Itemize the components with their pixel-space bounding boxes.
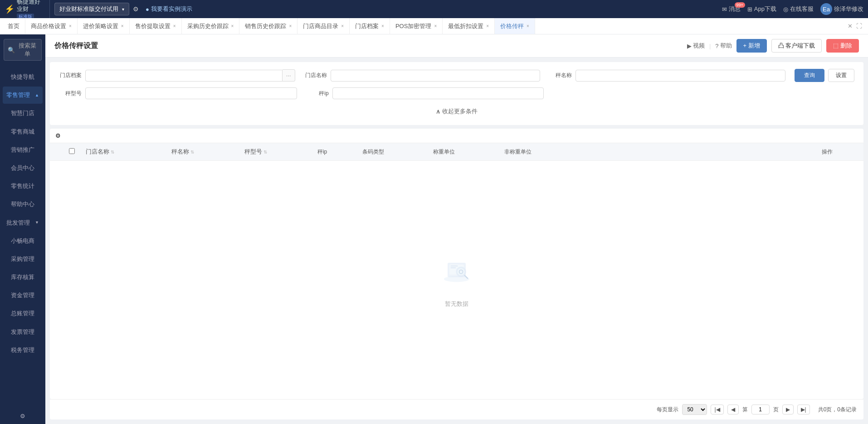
sidebar-nav: 快捷导航零售管理▲智慧门店零售商城营销推广会员中心零售统计帮助中心批发管理▼小畅… xyxy=(0,65,45,362)
scale-name-input[interactable] xyxy=(575,70,785,82)
tab-label-sale-history: 销售历史价跟踪 xyxy=(245,22,286,30)
sidebar-item-quick-nav[interactable]: 快捷导航 xyxy=(3,68,43,86)
delete-button[interactable]: ⬚ 删除 xyxy=(826,39,859,53)
version-selector[interactable]: 好业财标准版交付试用 ▾ xyxy=(54,3,129,15)
tab-label-commodity-price: 商品价格设置 xyxy=(31,22,66,30)
add-button[interactable]: + 新增 xyxy=(736,39,767,53)
tab-close-pos-management[interactable]: × xyxy=(434,24,437,29)
tab-close-store-archive[interactable]: × xyxy=(381,24,384,29)
tab-store-archive[interactable]: 门店档案× xyxy=(350,18,390,34)
tab-sale-history[interactable]: 销售历史价跟踪× xyxy=(239,18,297,34)
tab-purchase-strategy[interactable]: 进价策略设置× xyxy=(78,18,130,34)
sidebar-item-retail-mgmt[interactable]: 零售管理▲ xyxy=(3,87,43,104)
sidebar-item-general-ledger[interactable]: 总账管理 xyxy=(3,305,43,322)
sidebar-label-general-ledger: 总账管理 xyxy=(11,310,34,317)
app-download-btn[interactable]: ⊞ App下载 xyxy=(747,5,776,13)
sidebar-label-wholesale-mgmt: 批发管理 xyxy=(6,219,30,227)
sidebar-item-retail-mall[interactable]: 零售商城 xyxy=(3,123,43,140)
app-name: 畅捷通好业财 xyxy=(17,0,45,13)
tab-purchase-history[interactable]: 采购历史价跟踪× xyxy=(182,18,240,34)
collapse-filter-btn[interactable]: ∧ ∧ 收起更多条件 xyxy=(59,105,854,118)
settings-icon[interactable]: ⚙ xyxy=(133,5,139,13)
scale-ip-input[interactable] xyxy=(332,87,544,99)
sidebar-label-finance-mgmt: 资金管理 xyxy=(11,292,34,299)
sidebar-label-retail-mall: 零售商城 xyxy=(11,128,34,135)
sidebar-item-marketing[interactable]: 营销推广 xyxy=(3,141,43,159)
video-link[interactable]: ▶ 视频 xyxy=(687,42,705,50)
sort-store-name-icon[interactable]: ⇅ xyxy=(111,149,114,154)
col-action: 操作 xyxy=(816,143,863,161)
sidebar-label-xiaochangec: 小畅电商 xyxy=(11,237,34,244)
tab-price-transfer[interactable]: 价格传秤× xyxy=(495,18,535,34)
sidebar-item-smart-store[interactable]: 智慧门店 xyxy=(3,105,43,122)
tab-close-min-discount[interactable]: × xyxy=(486,24,489,29)
online-service-btn[interactable]: ◎ 在线客服 xyxy=(783,5,814,13)
col-scale-ip: 秤ip xyxy=(312,143,357,161)
tab-store-catalog[interactable]: 门店商品目录× xyxy=(297,18,350,34)
sidebar-label-help-center: 帮助中心 xyxy=(11,201,34,207)
set-button[interactable]: 设置 xyxy=(828,69,854,82)
help-label: 帮助 xyxy=(720,42,732,50)
selector-label: 好业财标准版交付试用 xyxy=(59,5,118,13)
tab-close-price-transfer[interactable]: × xyxy=(527,24,529,29)
tab-sale-price[interactable]: 售价提取设置× xyxy=(130,18,182,34)
sidebar-label-marketing: 营销推广 xyxy=(11,146,34,153)
tab-bar: 首页商品价格设置×进价策略设置×售价提取设置×采购历史价跟踪×销售历史价跟踪×门… xyxy=(0,18,868,34)
tab-pos-management[interactable]: POS加密管理× xyxy=(390,18,443,34)
col-barcode-type: 条码类型 xyxy=(357,143,428,161)
scale-name-label: 秤名称 xyxy=(549,72,572,79)
store-name-input[interactable] xyxy=(331,70,541,82)
select-all-checkbox[interactable] xyxy=(69,148,75,154)
help-link[interactable]: ? 帮助 xyxy=(715,42,731,50)
demo-link[interactable]: ● 我要看实例演示 xyxy=(146,5,192,13)
store-archive-picker-btn[interactable]: ··· xyxy=(283,69,295,82)
tab-close-sale-price[interactable]: × xyxy=(173,24,176,29)
prev-page-btn[interactable]: ◀ xyxy=(727,405,739,414)
sidebar-item-member-center[interactable]: 会员中心 xyxy=(3,159,43,177)
sidebar-item-finance-mgmt[interactable]: 资金管理 xyxy=(3,287,43,304)
col-scale-name: 秤名称⇅ xyxy=(166,143,239,161)
tab-close-commodity-price[interactable]: × xyxy=(69,24,72,29)
page-number-input[interactable] xyxy=(751,405,770,414)
download-client-button[interactable]: 凸 客户端下载 xyxy=(771,39,822,53)
sidebar-item-stock-check[interactable]: 库存核算 xyxy=(3,269,43,286)
messages-btn[interactable]: ✉ 消息 99+ xyxy=(722,5,741,13)
tab-min-discount[interactable]: 最低折扣设置× xyxy=(443,18,495,34)
user-menu[interactable]: Ea 徐泽华修改 xyxy=(820,3,863,15)
store-archive-input[interactable] xyxy=(85,70,283,82)
last-page-btn[interactable]: ▶| xyxy=(797,405,810,414)
filter-scale-model: 秤型号 xyxy=(59,87,297,99)
sidebar-item-tax-mgmt[interactable]: 税务管理 xyxy=(3,342,43,359)
fullscreen-icon[interactable]: ⛶ xyxy=(856,23,862,29)
app-logo: ⚡ 畅捷通好业财 标准版 xyxy=(5,0,50,18)
tab-close-sale-history[interactable]: × xyxy=(289,24,292,29)
filter-scale-name: 秤名称 xyxy=(549,70,785,82)
tab-home[interactable]: 首页 xyxy=(2,18,25,34)
empty-state: 暂无数据 xyxy=(50,161,863,399)
sidebar-item-invoice-mgmt[interactable]: 发票管理 xyxy=(3,323,43,341)
sidebar-label-invoice-mgmt: 发票管理 xyxy=(11,328,34,335)
sidebar-item-retail-stats[interactable]: 零售统计 xyxy=(3,178,43,195)
sidebar-settings-btn[interactable]: ⚙ xyxy=(0,408,45,424)
avatar-initials: Ea xyxy=(823,6,830,13)
sidebar-item-xiaochangec[interactable]: 小畅电商 xyxy=(3,232,43,250)
query-button[interactable]: 查询 xyxy=(795,69,824,82)
tab-close-purchase-history[interactable]: × xyxy=(231,24,234,29)
per-page-select[interactable]: 50 10 20 100 xyxy=(682,404,707,415)
table-settings-icon[interactable]: ⚙ xyxy=(55,132,61,139)
message-icon: ✉ xyxy=(722,6,727,13)
next-page-btn[interactable]: ▶ xyxy=(782,405,794,414)
search-menu-btn[interactable]: 🔍 搜索菜单 xyxy=(4,39,42,61)
tab-close-purchase-strategy[interactable]: × xyxy=(121,24,124,29)
sidebar-item-wholesale-mgmt[interactable]: 批发管理▼ xyxy=(3,214,43,231)
close-all-icon[interactable]: ✕ xyxy=(848,23,853,29)
sidebar-item-purchase-mgmt[interactable]: 采购管理 xyxy=(3,251,43,268)
first-page-btn[interactable]: |◀ xyxy=(711,405,723,414)
sidebar-label-member-center: 会员中心 xyxy=(11,164,34,171)
sort-scale-model-icon[interactable]: ⇅ xyxy=(263,149,267,154)
tab-close-store-catalog[interactable]: × xyxy=(341,24,344,29)
scale-model-input[interactable] xyxy=(85,87,297,99)
tab-commodity-price[interactable]: 商品价格设置× xyxy=(25,18,78,34)
sort-scale-name-icon[interactable]: ⇅ xyxy=(190,149,194,154)
sidebar-item-help-center[interactable]: 帮助中心 xyxy=(3,196,43,213)
